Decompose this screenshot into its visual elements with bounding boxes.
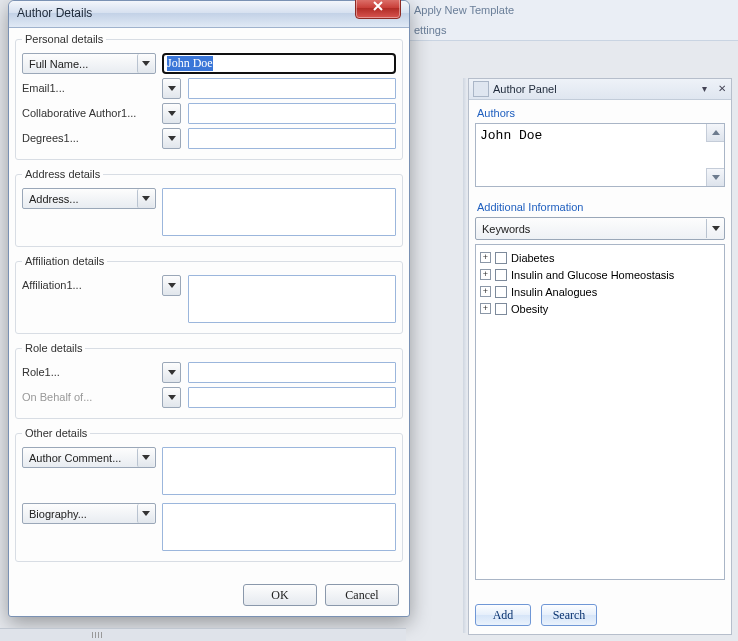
role-input[interactable] <box>188 362 396 383</box>
chevron-up-icon <box>712 130 720 135</box>
role-label: Role1... <box>22 362 156 378</box>
statusbar <box>0 628 406 641</box>
authors-list-box[interactable]: John Doe <box>475 123 725 187</box>
checkbox[interactable] <box>495 269 507 281</box>
author-details-dialog: Author Details Personal details Full Nam… <box>8 0 410 617</box>
tree-item: + Insulin and Glucose Homeostasis <box>480 266 720 283</box>
dialog-title: Author Details <box>17 6 92 20</box>
email-label: Email1... <box>22 78 156 94</box>
role-dropdown[interactable] <box>162 362 181 383</box>
panel-title: Author Panel <box>493 83 557 95</box>
ribbon-background: Apply New Template ettings <box>406 0 738 41</box>
splitter[interactable] <box>463 78 467 633</box>
expand-icon[interactable]: + <box>480 269 491 280</box>
chevron-down-icon[interactable] <box>137 54 154 73</box>
panel-icon <box>473 81 489 97</box>
author-comment-combo[interactable]: Author Comment... <box>22 447 156 468</box>
chevron-down-icon[interactable] <box>137 189 154 208</box>
ok-button[interactable]: OK <box>243 584 317 606</box>
author-comment-input[interactable] <box>162 447 396 495</box>
personal-details-group: Personal details Full Name... Email1... … <box>15 33 403 160</box>
tree-item-label[interactable]: Obesity <box>511 303 548 315</box>
affiliation-label: Affiliation1... <box>22 275 156 291</box>
onbehalf-label: On Behalf of... <box>22 387 156 403</box>
additional-info-heading: Additional Information <box>477 201 723 213</box>
tree-item-label[interactable]: Diabetes <box>511 252 554 264</box>
expand-icon[interactable]: + <box>480 252 491 263</box>
address-combo[interactable]: Address... <box>22 188 156 209</box>
search-button[interactable]: Search <box>541 604 597 626</box>
ribbon-item-settings[interactable]: ettings <box>406 20 738 40</box>
keywords-tree[interactable]: + Diabetes + Insulin and Glucose Homeost… <box>475 244 725 580</box>
grip-icon[interactable] <box>92 632 102 638</box>
tree-item: + Diabetes <box>480 249 720 266</box>
personal-details-legend: Personal details <box>22 33 106 45</box>
panel-header[interactable]: Author Panel ▾ ✕ <box>469 79 731 100</box>
expand-icon[interactable]: + <box>480 286 491 297</box>
role-details-group: Role details Role1... On Behalf of... <box>15 342 403 419</box>
biography-input[interactable] <box>162 503 396 551</box>
onbehalf-input[interactable] <box>188 387 396 408</box>
affiliation-input[interactable] <box>188 275 396 323</box>
address-details-group: Address details Address... <box>15 168 403 247</box>
close-icon <box>372 1 384 11</box>
full-name-combo[interactable]: Full Name... <box>22 53 156 74</box>
panel-close-icon[interactable]: ✕ <box>715 81 729 95</box>
collab-author-dropdown[interactable] <box>162 103 181 124</box>
checkbox[interactable] <box>495 252 507 264</box>
affiliation-dropdown[interactable] <box>162 275 181 296</box>
affiliation-details-legend: Affiliation details <box>22 255 107 267</box>
degrees-dropdown[interactable] <box>162 128 181 149</box>
chevron-down-icon <box>712 175 720 180</box>
ribbon-item-template[interactable]: Apply New Template <box>406 0 738 20</box>
tree-item: + Insulin Analogues <box>480 283 720 300</box>
chevron-down-icon[interactable] <box>706 219 724 238</box>
other-details-group: Other details Author Comment... Biograph… <box>15 427 403 562</box>
email-input[interactable] <box>188 78 396 99</box>
other-details-legend: Other details <box>22 427 90 439</box>
address-input[interactable] <box>162 188 396 236</box>
degrees-label: Degrees1... <box>22 128 156 144</box>
checkbox[interactable] <box>495 286 507 298</box>
panel-menu-icon[interactable]: ▾ <box>697 81 711 95</box>
checkbox[interactable] <box>495 303 507 315</box>
scroll-down-button[interactable] <box>706 168 724 186</box>
close-button[interactable] <box>355 0 401 19</box>
tree-item-label[interactable]: Insulin and Glucose Homeostasis <box>511 269 674 281</box>
authors-heading: Authors <box>477 107 723 119</box>
full-name-input[interactable] <box>162 53 396 74</box>
expand-icon[interactable]: + <box>480 303 491 314</box>
email-dropdown[interactable] <box>162 78 181 99</box>
biography-combo[interactable]: Biography... <box>22 503 156 524</box>
scroll-up-button[interactable] <box>706 124 724 142</box>
collab-author-label: Collaborative Author1... <box>22 103 156 119</box>
keywords-select[interactable]: Keywords <box>475 217 725 240</box>
address-details-legend: Address details <box>22 168 103 180</box>
onbehalf-dropdown[interactable] <box>162 387 181 408</box>
collab-author-input[interactable] <box>188 103 396 124</box>
add-button[interactable]: Add <box>475 604 531 626</box>
tree-item-label[interactable]: Insulin Analogues <box>511 286 597 298</box>
authors-list-content[interactable]: John Doe <box>480 128 706 182</box>
dialog-titlebar[interactable]: Author Details <box>9 1 409 28</box>
affiliation-details-group: Affiliation details Affiliation1... <box>15 255 403 334</box>
author-panel: Author Panel ▾ ✕ Authors John Doe Additi… <box>468 78 732 635</box>
cancel-button[interactable]: Cancel <box>325 584 399 606</box>
degrees-input[interactable] <box>188 128 396 149</box>
chevron-down-icon[interactable] <box>137 448 154 467</box>
role-details-legend: Role details <box>22 342 85 354</box>
chevron-down-icon[interactable] <box>137 504 154 523</box>
tree-item: + Obesity <box>480 300 720 317</box>
